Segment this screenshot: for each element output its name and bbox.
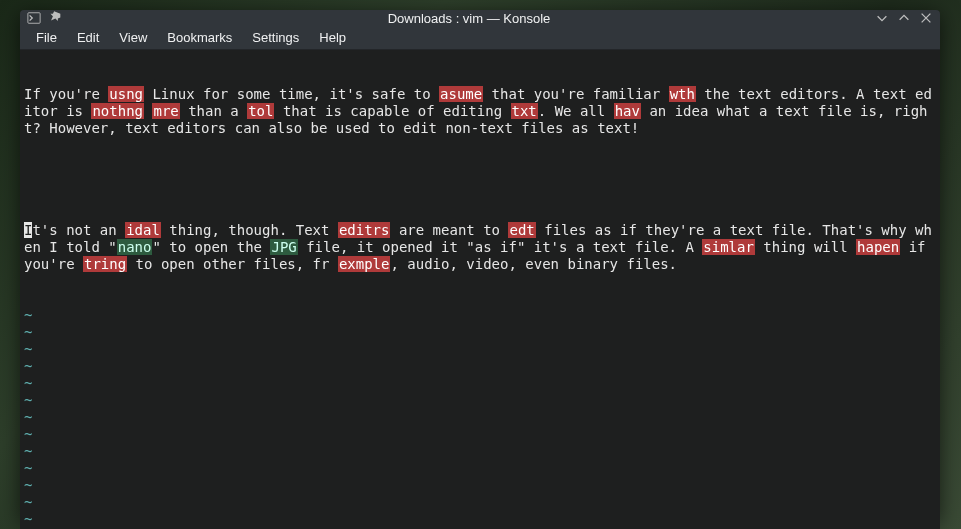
titlebar: Downloads : vim — Konsole: [20, 10, 940, 26]
konsole-window: Downloads : vim — Konsole File Edit View…: [20, 10, 940, 520]
tilde-line: ~: [24, 511, 936, 528]
menu-bookmarks[interactable]: Bookmarks: [157, 26, 242, 49]
terminal-area[interactable]: If you're usng Linux for some time, it's…: [20, 50, 940, 529]
tilde-line: ~: [24, 494, 936, 511]
tilde-line: ~: [24, 375, 936, 392]
minimize-button[interactable]: [874, 10, 890, 26]
tilde-line: ~: [24, 409, 936, 426]
pin-icon[interactable]: [48, 10, 64, 26]
maximize-button[interactable]: [896, 10, 912, 26]
menu-view[interactable]: View: [109, 26, 157, 49]
titlebar-left-icons: [26, 10, 64, 26]
tilde-line: ~: [24, 392, 936, 409]
editor-paragraph-2: It's not an idal thing, though. Text edi…: [24, 222, 936, 273]
tilde-line: ~: [24, 443, 936, 460]
menubar: File Edit View Bookmarks Settings Help: [20, 26, 940, 50]
menu-settings[interactable]: Settings: [242, 26, 309, 49]
editor-paragraph-1: If you're usng Linux for some time, it's…: [24, 86, 936, 137]
tilde-line: ~: [24, 358, 936, 375]
menu-edit[interactable]: Edit: [67, 26, 109, 49]
close-button[interactable]: [918, 10, 934, 26]
tilde-line: ~: [24, 324, 936, 341]
titlebar-right-icons: [874, 10, 934, 26]
tilde-line: ~: [24, 477, 936, 494]
window-title: Downloads : vim — Konsole: [64, 11, 874, 26]
editor-empty-lines: ~~~~~~~~~~~~~~~~: [24, 307, 936, 529]
tilde-line: ~: [24, 460, 936, 477]
terminal-icon: [26, 10, 42, 26]
tilde-line: ~: [24, 341, 936, 358]
tilde-line: ~: [24, 307, 936, 324]
tilde-line: ~: [24, 426, 936, 443]
editor-blank-line: [24, 171, 936, 188]
menu-help[interactable]: Help: [309, 26, 356, 49]
menu-file[interactable]: File: [26, 26, 67, 49]
svg-rect-0: [28, 13, 40, 24]
